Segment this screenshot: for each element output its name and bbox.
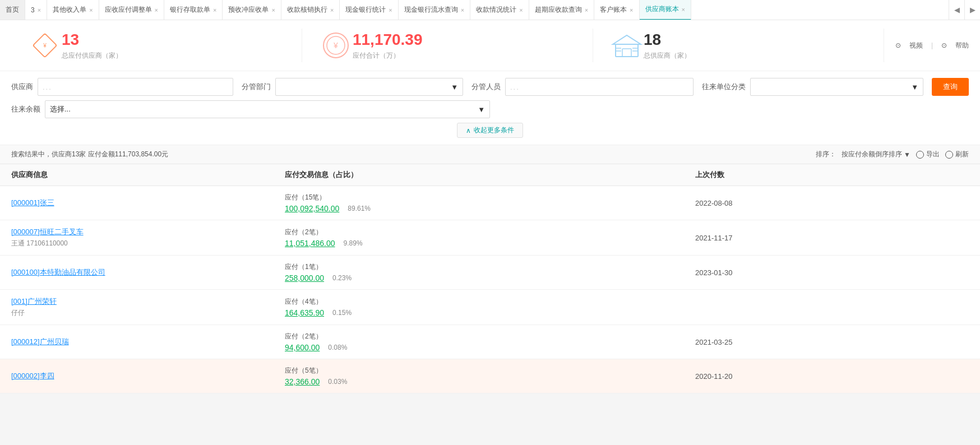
video-link[interactable]: 视频 <box>909 41 923 50</box>
export-button[interactable]: 导出 <box>916 150 940 159</box>
balance-select[interactable]: 选择... ▼ <box>45 100 490 118</box>
nav-tab-close-tab3[interactable]: × <box>38 7 41 13</box>
table-row-2: [000007]恒旺二手叉车王通 17106110000应付（2笔）11,051… <box>0 220 980 256</box>
nav-tab-close-bank-deposit[interactable]: × <box>213 7 216 13</box>
payable-suppliers-label: 总应付供应商（家） <box>62 51 122 61</box>
category-arrow: ▼ <box>911 83 918 91</box>
trans-percent-3: 0.23% <box>332 274 352 282</box>
nav-tab-overdue-collect[interactable]: 超期应收款查询× <box>529 0 594 20</box>
nav-tab-collect-stat[interactable]: 收款情况统计× <box>470 0 529 20</box>
top-navigation: 首页3×其他收入单×应收应付调整单×银行存取款单×预收冲应收单×收款核销执行×现… <box>0 0 980 20</box>
supplier-link-1[interactable]: [000001]张三 <box>11 198 54 207</box>
total-suppliers-number: 18 <box>644 30 691 49</box>
trans-label-5: 应付（2笔） <box>285 332 695 341</box>
nav-tab-cash-bank-stat[interactable]: 现金银行统计× <box>340 0 398 20</box>
nav-tab-prepay-collect[interactable]: 预收冲应收单× <box>223 0 281 20</box>
nav-tab-close-collect-stat[interactable]: × <box>519 7 523 13</box>
trans-amount-6[interactable]: 32,366.00 <box>285 377 320 386</box>
trans-amount-3[interactable]: 258,000.00 <box>285 274 324 282</box>
refresh-button[interactable]: 刷新 <box>945 150 969 159</box>
collapse-button[interactable]: ∧ 收起更多条件 <box>457 123 523 138</box>
nav-tab-close-supplier-account[interactable]: × <box>682 6 685 13</box>
refresh-icon <box>945 151 953 159</box>
sort-arrow: ▼ <box>904 151 910 159</box>
nav-tab-collect-verify[interactable]: 收款核销执行× <box>281 0 340 20</box>
supplier-col-1: [000001]张三 <box>11 198 285 208</box>
nav-tab-tab3[interactable]: 3× <box>25 0 47 20</box>
balance-label: 往来余额 <box>11 104 40 114</box>
nav-tab-close-other-income[interactable]: × <box>89 7 93 13</box>
trans-amount-1[interactable]: 100,092,540.00 <box>285 204 339 213</box>
supplier-link-2[interactable]: [000007]恒旺二手叉车 <box>11 228 84 236</box>
transaction-col-1: 应付（15笔）100,092,540.0089.61% <box>285 193 695 213</box>
nav-tab-cash-bank-flow[interactable]: 现金银行流水查询× <box>399 0 470 20</box>
nav-tab-bank-deposit[interactable]: 银行存取款单× <box>164 0 223 20</box>
sort-select[interactable]: 按应付余额倒序排序 ▼ <box>842 150 910 159</box>
nav-tab-customer-account[interactable]: 客户账本× <box>594 0 639 20</box>
header-transaction: 应付交易信息（占比） <box>285 170 695 180</box>
supplier-input[interactable]: ... <box>38 78 233 96</box>
trans-amount-2[interactable]: 11,051,486.00 <box>285 239 335 248</box>
nav-tab-home[interactable]: 首页 <box>0 0 25 20</box>
payable-total-icon: ¥ <box>319 29 353 62</box>
supplier-link-4[interactable]: [001]广州荣轩 <box>11 297 57 305</box>
results-bar: 搜索结果中，供应商13家 应付金额111,703,854.00元 排序： 按应付… <box>0 145 980 164</box>
filter-section: 供应商 ... 分管部门 ▼ 分管人员 ... 往来单位分类 ▼ 查询 <box>0 71 980 145</box>
nav-tab-close-collect-verify[interactable]: × <box>330 7 334 13</box>
summary-actions: ⊙ 视频 | ⊙ 帮助 <box>884 41 969 50</box>
supplier-col-2: [000007]恒旺二手叉车王通 17106110000 <box>11 227 285 248</box>
table-row-1: [000001]张三应付（15笔）100,092,540.0089.61%202… <box>0 186 980 220</box>
nav-arrow-right[interactable]: ▶ <box>964 0 980 20</box>
lastpay-col-5: 2021-03-25 <box>695 338 969 346</box>
trans-amount-5[interactable]: 94,600.00 <box>285 343 320 352</box>
trans-percent-6: 0.03% <box>328 378 347 386</box>
trans-label-2: 应付（2笔） <box>285 228 695 237</box>
supplier-link-6[interactable]: [000002]李四 <box>11 372 54 380</box>
nav-tab-close-customer-account[interactable]: × <box>630 7 633 13</box>
filter-row-1: 供应商 ... 分管部门 ▼ 分管人员 ... 往来单位分类 ▼ 查询 <box>11 78 969 96</box>
transaction-col-6: 应付（5笔）32,366.000.03% <box>285 366 695 386</box>
trans-percent-2: 9.89% <box>344 239 363 247</box>
supplier-link-3[interactable]: [000100]本特勤油品有限公司 <box>11 268 105 276</box>
department-arrow: ▼ <box>451 83 458 91</box>
transaction-col-4: 应付（4笔）164,635.900.15% <box>285 297 695 317</box>
filter-row-2: 往来余额 选择... ▼ <box>11 100 969 118</box>
balance-arrow: ▼ <box>478 105 485 114</box>
nav-tab-supplier-account[interactable]: 供应商账本× <box>640 0 691 20</box>
nav-tab-other-income[interactable]: 其他收入单× <box>47 0 99 20</box>
nav-arrow-left[interactable]: ◀ <box>949 0 964 20</box>
nav-arrows: ◀ ▶ <box>949 0 980 20</box>
svg-text:¥: ¥ <box>43 43 47 49</box>
payable-total-label: 应付合计（万） <box>353 51 423 61</box>
nav-tab-payable-adjust[interactable]: 应收应付调整单× <box>99 0 164 20</box>
category-select[interactable]: ▼ <box>750 78 924 96</box>
help-icon: ⊙ <box>941 41 947 49</box>
search-button[interactable]: 查询 <box>932 78 969 96</box>
header-supplier: 供应商信息 <box>11 170 285 180</box>
transaction-col-2: 应付（2笔）11,051,486.009.89% <box>285 228 695 248</box>
nav-tab-close-overdue-collect[interactable]: × <box>585 7 588 13</box>
nav-tab-close-cash-bank-flow[interactable]: × <box>461 7 464 13</box>
nav-tab-close-prepay-collect[interactable]: × <box>271 7 275 13</box>
filter-supplier: 供应商 ... <box>11 78 233 96</box>
filter-balance: 往来余额 选择... ▼ <box>11 100 490 118</box>
trans-label-6: 应付（5笔） <box>285 366 695 376</box>
main-table: 供应商信息 应付交易信息（占比） 上次付数 [000001]张三应付（15笔）1… <box>0 164 980 393</box>
person-input[interactable]: ... <box>505 78 694 96</box>
video-icon: ⊙ <box>895 41 901 49</box>
nav-tab-close-cash-bank-stat[interactable]: × <box>389 7 392 13</box>
department-select[interactable]: ▼ <box>275 78 464 96</box>
department-label: 分管部门 <box>242 82 271 92</box>
lastpay-col-1: 2022-08-08 <box>695 199 969 207</box>
trans-amount-4[interactable]: 164,635.90 <box>285 308 324 317</box>
nav-tab-close-payable-adjust[interactable]: × <box>155 7 158 13</box>
supplier-label: 供应商 <box>11 82 33 92</box>
person-label: 分管人员 <box>471 82 501 92</box>
payable-suppliers-number: 13 <box>62 30 122 49</box>
help-link[interactable]: 帮助 <box>955 41 969 50</box>
export-icon <box>916 151 924 159</box>
trans-percent-1: 89.61% <box>348 205 371 212</box>
summary-total-suppliers: 18 总供应商（家） <box>593 29 884 62</box>
supplier-link-5[interactable]: [000012]广州贝瑞 <box>11 337 69 346</box>
summary-content-1: 13 总应付供应商（家） <box>62 30 122 61</box>
